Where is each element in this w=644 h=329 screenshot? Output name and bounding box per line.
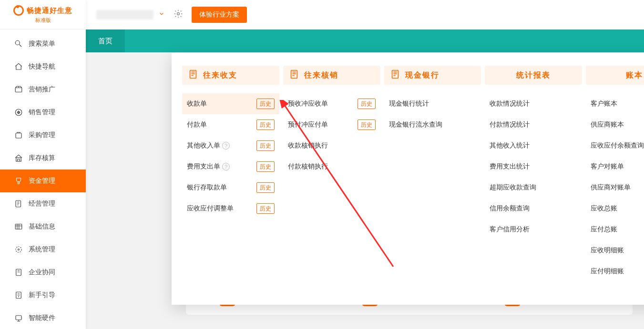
mega-item[interactable]: 应收应付余额查询	[586, 135, 644, 156]
sidebar-item-label: 经营管理	[29, 199, 55, 208]
svg-rect-1	[15, 88, 22, 92]
mega-item[interactable]: 超期应收款查询	[485, 177, 582, 198]
mega-item[interactable]: 应收明细账	[586, 240, 644, 261]
history-badge[interactable]: 历史	[256, 182, 275, 193]
inventory-icon	[14, 154, 23, 162]
mega-item[interactable]: 应付总账	[586, 219, 644, 240]
history-badge[interactable]: 历史	[256, 120, 275, 130]
mega-item-label: 其他收入单 ?	[187, 141, 230, 150]
history-badge[interactable]: 历史	[256, 140, 275, 151]
history-badge[interactable]: 历史	[256, 203, 275, 214]
doc-icon	[390, 69, 400, 81]
sidebar-item-label: 智能硬件	[29, 314, 55, 322]
mega-item[interactable]: 应付明细账	[586, 261, 644, 282]
basedata-icon	[14, 222, 23, 231]
sidebar-item-quicknav[interactable]: 快捷导航	[0, 55, 86, 78]
mega-item[interactable]: 预付冲应付单历史	[283, 114, 380, 135]
tab-home[interactable]: 首页	[86, 30, 125, 52]
sidebar-item-sales[interactable]: 销售管理	[0, 101, 86, 124]
brand-icon	[13, 5, 24, 16]
mega-item-label: 信用余额查询	[490, 204, 530, 213]
sidebar-item-system[interactable]: 系统管理	[0, 238, 86, 261]
mega-item-label: 预收冲应收单	[288, 100, 328, 108]
history-badge[interactable]: 历史	[358, 120, 376, 130]
sidebar-item-purchase[interactable]: 采购管理	[0, 124, 86, 147]
svg-rect-6	[16, 200, 21, 207]
mega-item[interactable]: 付款核销执行	[283, 156, 380, 177]
mega-item-label: 现金银行统计	[389, 100, 429, 108]
sidebar-item-search[interactable]: 搜索菜单	[0, 32, 86, 55]
mega-item-label: 银行存取款单	[187, 183, 227, 192]
mega-item[interactable]: 收款情况统计	[485, 93, 582, 114]
svg-rect-4	[16, 133, 21, 139]
sidebar-item-funds[interactable]: 资金管理	[0, 169, 86, 192]
mega-item[interactable]: 预收冲应收单历史	[283, 93, 380, 114]
sidebar-item-marketing[interactable]: 营销推广	[0, 78, 86, 101]
mega-item[interactable]: 收款单历史	[182, 93, 279, 114]
topbar: 体验行业方案	[86, 0, 644, 30]
operation-icon	[14, 199, 23, 208]
mega-column-header: 现金银行	[384, 66, 481, 85]
help-icon[interactable]: ?	[222, 163, 230, 170]
tabbar: 首页	[86, 30, 644, 52]
mega-item-label: 收款核销执行	[288, 141, 328, 150]
history-badge[interactable]: 历史	[256, 99, 275, 109]
sidebar-item-label: 库存核算	[29, 154, 55, 162]
sidebar-item-inventory[interactable]: 库存核算	[0, 147, 86, 169]
mega-item[interactable]: 付款单历史	[182, 114, 279, 135]
sidebar-item-label: 新手引导	[29, 291, 55, 299]
mega-item-label: 现金银行流水查询	[389, 120, 442, 129]
mega-column-title: 统计报表	[516, 70, 551, 80]
mega-item[interactable]: 供应商对账单	[586, 177, 644, 198]
mega-item[interactable]: 银行存取款单历史	[182, 177, 279, 198]
sidebar-item-guide[interactable]: 新手引导	[0, 284, 86, 307]
mega-item[interactable]: 其他收入统计	[485, 135, 582, 156]
mega-item[interactable]: 费用支出统计	[485, 156, 582, 177]
mega-item[interactable]: 客户账本	[586, 93, 644, 114]
mega-item[interactable]: 其他收入单 ?历史	[182, 135, 279, 156]
sidebar-item-collab[interactable]: 企业协同	[0, 261, 86, 284]
mega-item[interactable]: 客户对账单	[586, 156, 644, 177]
mega-item-label: 付款单	[187, 120, 207, 129]
main: 体验行业方案 首页 完善期初 统计表 务员) 报 > 0人0.00元0笔0.00…	[86, 0, 644, 329]
mega-column-header: 往来核销	[283, 66, 380, 85]
brand-sub: 标准版	[35, 17, 51, 24]
mega-item[interactable]: 现金银行流水查询	[384, 114, 481, 135]
sidebar-item-label: 企业协同	[29, 268, 55, 277]
history-badge[interactable]: 历史	[358, 99, 376, 109]
mega-menu-funds: 往来收支收款单历史付款单历史其他收入单 ?历史费用支出单 ?历史银行存取款单历史…	[172, 52, 644, 305]
mega-column: 往来核销预收冲应收单历史预付冲应付单历史收款核销执行付款核销执行	[283, 66, 380, 282]
company-selector[interactable]	[96, 10, 165, 20]
mega-item[interactable]: 收款核销执行	[283, 135, 380, 156]
mega-item[interactable]: 费用支出单 ?历史	[182, 156, 279, 177]
mega-item[interactable]: 供应商账本	[586, 114, 644, 135]
mega-item[interactable]: 付款情况统计	[485, 114, 582, 135]
mega-item-label: 供应商账本	[591, 120, 624, 129]
mega-item[interactable]: 应收应付调整单历史	[182, 198, 279, 219]
history-badge[interactable]: 历史	[256, 161, 275, 172]
mega-column-title: 往来核销	[304, 70, 338, 80]
mega-item[interactable]: 现金银行统计	[384, 93, 481, 114]
svg-rect-5	[16, 158, 21, 161]
sidebar-item-hardware[interactable]: 智能硬件	[0, 307, 86, 329]
svg-rect-20	[291, 70, 297, 79]
quicknav-icon	[14, 62, 23, 71]
mega-item[interactable]: 信用余额查询	[485, 198, 582, 219]
chevron-down-icon	[158, 10, 165, 19]
svg-rect-13	[16, 316, 21, 320]
mega-item-label: 客户信用分析	[490, 225, 530, 234]
sidebar-item-basedata[interactable]: 基础信息	[0, 215, 86, 238]
logo: 畅捷通好生意 标准版	[0, 0, 86, 30]
mega-item[interactable]: 客户信用分析	[485, 219, 582, 240]
mega-item-label: 收款情况统计	[490, 100, 530, 108]
help-icon[interactable]: ?	[222, 142, 230, 150]
mega-item-label: 应收总账	[591, 204, 617, 213]
mega-column-title: 账本	[626, 70, 643, 80]
svg-point-8	[16, 247, 21, 252]
sidebar-item-label: 采购管理	[29, 131, 55, 140]
try-plan-button[interactable]: 体验行业方案	[192, 7, 247, 23]
mega-item[interactable]: 应收总账	[586, 198, 644, 219]
sidebar-item-operation[interactable]: 经营管理	[0, 192, 86, 215]
mega-column-title: 现金银行	[405, 70, 440, 80]
gear-icon[interactable]	[174, 9, 183, 20]
